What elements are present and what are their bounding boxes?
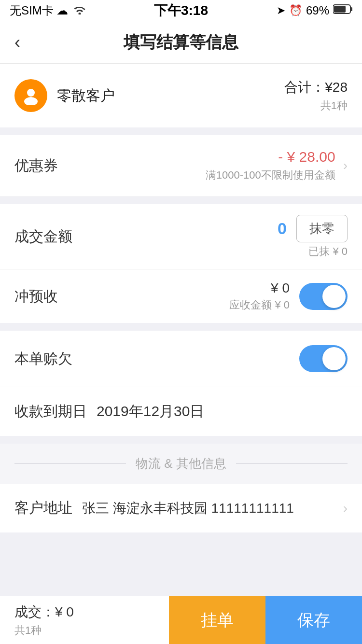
logistics-line-left: [14, 463, 126, 464]
address-value: 张三 海淀永丰科技园 11111111111: [82, 499, 343, 518]
coupon-values: - ¥ 28.00 满1000-100不限制使用金额: [206, 149, 335, 182]
divider-2: [0, 196, 362, 204]
deal-amount-right: 0 抹零: [267, 215, 348, 242]
coupon-right: - ¥ 28.00 满1000-100不限制使用金额 ›: [206, 149, 348, 182]
deal-amount-label: 成交金额: [14, 227, 72, 247]
round-off-button[interactable]: 抹零: [296, 215, 348, 242]
prepay-amount: ¥ 0: [229, 280, 290, 296]
svg-point-4: [24, 97, 38, 105]
prepay-label: 冲预收: [14, 287, 58, 307]
prepay-toggle[interactable]: [299, 283, 348, 310]
divider-1: [0, 127, 362, 135]
bottom-count: 共1种: [14, 623, 169, 638]
customer-right: 合计：¥28 共1种: [284, 78, 348, 113]
logistics-header: 物流 & 其他信息: [0, 444, 362, 484]
customer-row[interactable]: 零散客户 合计：¥28 共1种: [0, 64, 362, 127]
coupon-discount: - ¥ 28.00: [206, 149, 335, 165]
deal-amount-sub: 已抹 ¥ 0: [308, 244, 348, 259]
credit-label: 本单赊欠: [14, 349, 72, 369]
deal-amount-value[interactable]: 0: [267, 219, 287, 238]
svg-rect-2: [334, 6, 346, 13]
due-date-value: 2019年12月30日: [97, 402, 204, 421]
divider-3: [0, 323, 362, 331]
logistics-label: 物流 & 其他信息: [136, 455, 226, 472]
customer-avatar: [14, 79, 47, 112]
credit-toggle-knob: [322, 347, 346, 370]
address-label: 客户地址: [14, 498, 72, 518]
status-time: 下午3:18: [154, 1, 208, 20]
logistics-line-right: [236, 463, 348, 464]
prepay-right: ¥ 0 应收金额 ¥ 0: [229, 280, 348, 312]
status-bar: 无SIM卡 ☁ 下午3:18 ➤ ⏰ 69%: [0, 0, 362, 21]
address-chevron-icon: ›: [343, 501, 348, 516]
coupon-row[interactable]: 优惠券 - ¥ 28.00 满1000-100不限制使用金额 ›: [0, 135, 362, 196]
svg-point-3: [27, 89, 35, 97]
bottom-deal-prefix: 成交：: [14, 604, 55, 619]
battery-label: 69%: [306, 4, 329, 17]
bottom-deal-value: ¥ 0: [55, 604, 74, 619]
location-icon: ➤: [277, 4, 285, 17]
status-right: ➤ ⏰ 69%: [277, 4, 352, 17]
credit-row: 本单赊欠: [0, 331, 362, 387]
due-date-label: 收款到期日: [14, 402, 87, 421]
bottom-info: 成交：¥ 0 共1种: [0, 603, 169, 638]
sim-label: 无SIM卡 ☁: [10, 3, 68, 18]
address-row[interactable]: 客户地址 张三 海淀永丰科技园 11111111111 ›: [0, 484, 362, 532]
svg-rect-1: [351, 7, 352, 11]
bottom-bar: 成交：¥ 0 共1种 挂单 保存: [0, 596, 362, 644]
alarm-icon: ⏰: [289, 4, 302, 17]
wifi-icon: [73, 4, 86, 17]
customer-count: 共1种: [284, 98, 348, 113]
customer-name: 零散客户: [57, 86, 115, 106]
nav-bar: ‹ 填写结算等信息: [0, 21, 362, 64]
battery-icon: [333, 4, 352, 17]
due-date-row[interactable]: 收款到期日 2019年12月30日: [0, 387, 362, 436]
coupon-label: 优惠券: [14, 156, 58, 176]
prepay-values: ¥ 0 应收金额 ¥ 0: [229, 280, 290, 312]
deal-amount-row: 成交金额 0 抹零 已抹 ¥ 0: [0, 204, 362, 270]
customer-section: 零散客户 合计：¥28 共1种: [0, 64, 362, 127]
customer-total: 合计：¥28: [284, 78, 348, 97]
coupon-description: 满1000-100不限制使用金额: [206, 168, 335, 182]
prepay-row: 冲预收 ¥ 0 应收金额 ¥ 0: [0, 270, 362, 323]
back-button[interactable]: ‹: [14, 32, 20, 53]
prepay-sub: 应收金额 ¥ 0: [229, 298, 290, 312]
bottom-deal-label: 成交：¥ 0: [14, 603, 169, 621]
divider-4: [0, 436, 362, 444]
chevron-right-icon: ›: [343, 158, 348, 173]
save-button[interactable]: 保存: [265, 596, 362, 644]
page-title: 填写结算等信息: [124, 31, 238, 54]
hold-button[interactable]: 挂单: [169, 596, 265, 644]
status-left: 无SIM卡 ☁: [10, 3, 86, 18]
credit-toggle[interactable]: [299, 345, 348, 372]
customer-left: 零散客户: [14, 79, 115, 112]
toggle-knob: [322, 285, 346, 308]
